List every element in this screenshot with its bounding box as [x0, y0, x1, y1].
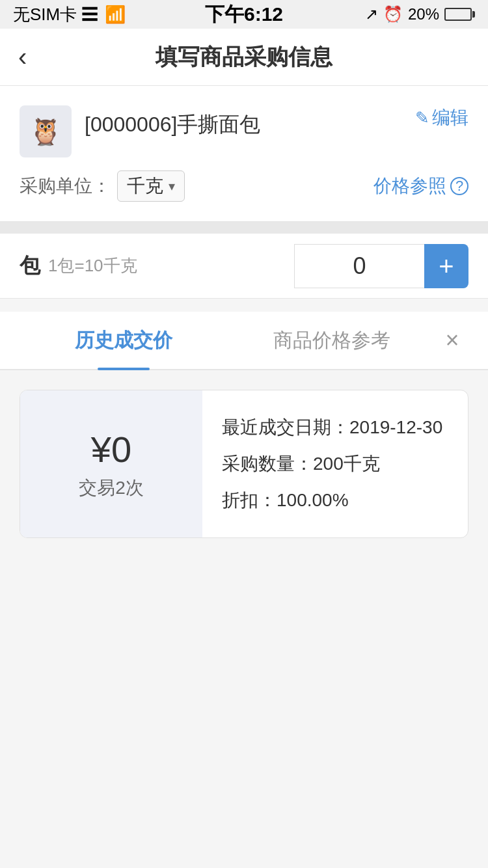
tab-close-button[interactable]: ×: [436, 324, 468, 357]
recent-date-value: 2019-12-30: [349, 417, 442, 437]
content-area: 历史成交价 商品价格参考 × ¥0 交易2次 最近成交日期：2019-12-30…: [0, 312, 488, 702]
unit-label: 采购单位：: [20, 174, 111, 198]
tab-price-reference[interactable]: 商品价格参考: [228, 312, 436, 369]
quantity-label: 包 1包=10千克: [20, 252, 137, 280]
unit-selector-dropdown[interactable]: 千克 ▾: [117, 170, 185, 202]
transaction-card: ¥0 交易2次 最近成交日期：2019-12-30 采购数量：200千克 折扣：…: [20, 390, 468, 538]
edit-icon: ✎: [415, 108, 429, 128]
product-card: 🦉 [0000006]手撕面包 ✎ 编辑 采购单位： 千克 ▾ 价格参照 ?: [0, 86, 488, 222]
discount-label: 折扣：: [222, 490, 277, 510]
help-icon: ?: [450, 177, 468, 195]
quantity-detail-value: 200千克: [313, 454, 380, 474]
unit-value: 千克: [127, 174, 163, 198]
price-reference-link[interactable]: 价格参照 ?: [373, 174, 468, 198]
plus-icon: +: [439, 253, 454, 279]
transaction-price: ¥0: [91, 428, 131, 470]
product-top: 🦉 [0000006]手撕面包 ✎ 编辑: [20, 105, 468, 157]
quantity-conversion: 1包=10千克: [48, 254, 137, 277]
quantity-row: 包 1包=10千克 0 +: [0, 234, 488, 299]
tab-bar: 历史成交价 商品价格参考 ×: [0, 312, 488, 370]
location-icon: ↗: [365, 5, 378, 23]
unit-section: 采购单位： 千克 ▾: [20, 170, 185, 202]
recent-date-label: 最近成交日期：: [222, 417, 349, 437]
status-right: ↗ ⏰ 20%: [365, 5, 475, 23]
product-left: 🦉 [0000006]手撕面包: [20, 105, 260, 157]
battery-percent: 20%: [408, 5, 439, 23]
product-thumbnail: 🦉: [20, 105, 72, 157]
close-icon: ×: [445, 327, 459, 354]
nav-bar: ‹ 填写商品采购信息: [0, 29, 488, 86]
transaction-times: 交易2次: [79, 476, 144, 500]
battery-icon: [444, 8, 475, 21]
product-unit-row: 采购单位： 千克 ▾ 价格参照 ?: [20, 170, 468, 202]
alarm-icon: ⏰: [383, 5, 403, 23]
quantity-row-detail: 采购数量：200千克: [222, 450, 448, 478]
transaction-details: 最近成交日期：2019-12-30 采购数量：200千克 折扣：100.00%: [202, 390, 468, 537]
status-left: 无SIM卡 ☰ 📶: [13, 3, 126, 26]
product-owl-icon: 🦉: [29, 116, 62, 147]
currency-symbol: ¥: [91, 429, 111, 470]
quantity-input-group: 0 +: [294, 244, 468, 288]
quantity-input[interactable]: 0: [294, 244, 424, 288]
status-time: 下午6:12: [205, 1, 283, 28]
tab-history-label: 历史成交价: [75, 327, 172, 354]
transaction-price-section: ¥0 交易2次: [20, 390, 202, 537]
discount-row: 折扣：100.00%: [222, 487, 448, 514]
quantity-unit: 包: [20, 252, 40, 280]
carrier-text: 无SIM卡 ☰: [13, 3, 98, 26]
section-divider: [0, 222, 488, 234]
recent-date-row: 最近成交日期：2019-12-30: [222, 414, 448, 441]
page-title: 填写商品采购信息: [156, 42, 332, 72]
status-bar: 无SIM卡 ☰ 📶 下午6:12 ↗ ⏰ 20%: [0, 0, 488, 29]
wifi-icon: 📶: [105, 5, 126, 25]
discount-value: 100.00%: [277, 490, 349, 510]
tab-active-indicator: [98, 368, 150, 370]
quantity-plus-button[interactable]: +: [424, 244, 468, 288]
tab-history-price[interactable]: 历史成交价: [20, 312, 228, 369]
dropdown-arrow-icon: ▾: [169, 178, 175, 194]
product-name: [0000006]手撕面包: [85, 105, 260, 139]
quantity-detail-label: 采购数量：: [222, 454, 313, 474]
edit-button[interactable]: ✎ 编辑: [415, 105, 468, 130]
price-value: 0: [111, 429, 131, 470]
tab-price-ref-label: 商品价格参考: [273, 327, 390, 354]
back-button[interactable]: ‹: [18, 42, 27, 72]
